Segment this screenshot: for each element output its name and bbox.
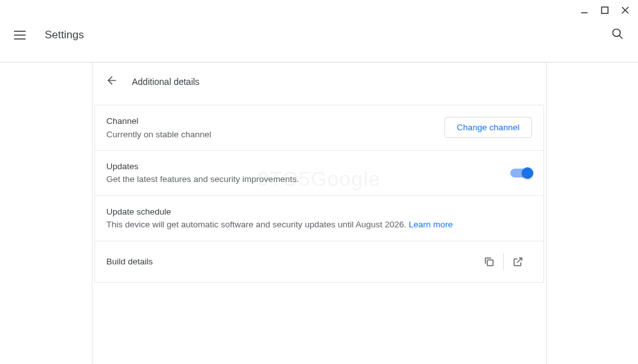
menu-icon[interactable] <box>14 27 29 43</box>
update-schedule-row: Update schedule This device will get aut… <box>95 196 543 241</box>
open-external-icon[interactable] <box>504 250 532 273</box>
change-channel-button[interactable]: Change channel <box>444 117 531 138</box>
panel-header: Additional details <box>93 63 546 105</box>
svg-rect-6 <box>487 260 493 266</box>
search-icon[interactable] <box>611 27 627 43</box>
schedule-label: Update schedule <box>107 205 532 219</box>
content-area: Additional details Channel Currently on … <box>0 63 638 364</box>
settings-list: Channel Currently on stable channel Chan… <box>95 105 544 283</box>
updates-row: Updates Get the latest features and secu… <box>95 151 543 196</box>
maximize-button[interactable] <box>600 5 610 15</box>
close-button[interactable] <box>620 5 630 15</box>
svg-rect-1 <box>602 7 608 13</box>
panel-title: Additional details <box>132 77 200 87</box>
channel-label: Channel <box>107 114 445 128</box>
app-header: Settings <box>0 0 638 63</box>
channel-row: Channel Currently on stable channel Chan… <box>95 105 543 151</box>
schedule-text: This device will get automatic software … <box>107 220 409 229</box>
learn-more-link[interactable]: Learn more <box>409 220 453 229</box>
svg-point-4 <box>613 29 621 36</box>
build-label: Build details <box>107 255 475 269</box>
app-title: Settings <box>45 29 84 42</box>
back-arrow-icon[interactable] <box>105 74 121 89</box>
minimize-button[interactable] <box>579 5 589 15</box>
updates-toggle[interactable] <box>510 169 532 178</box>
build-actions <box>475 250 532 273</box>
svg-line-5 <box>619 35 623 38</box>
updates-sublabel: Get the latest features and security imp… <box>107 173 510 186</box>
schedule-sublabel: This device will get automatic software … <box>107 218 532 231</box>
svg-line-7 <box>517 258 522 263</box>
copy-icon[interactable] <box>475 250 503 273</box>
build-details-row[interactable]: Build details <box>95 241 543 282</box>
window-controls <box>579 5 630 15</box>
updates-label: Updates <box>107 160 510 174</box>
channel-sublabel: Currently on stable channel <box>107 128 445 141</box>
settings-panel: Additional details Channel Currently on … <box>92 63 547 364</box>
